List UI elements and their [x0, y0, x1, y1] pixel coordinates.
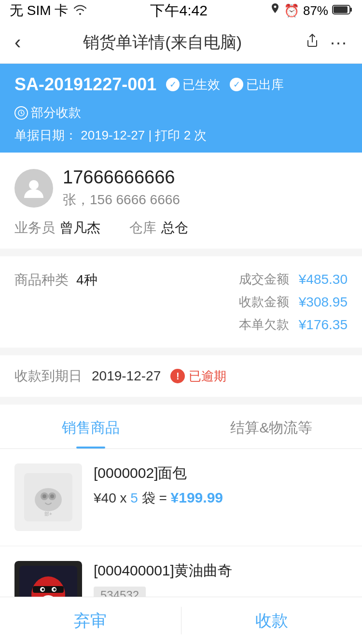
- categories-label: 商品种类: [14, 271, 69, 289]
- svg-point-18: [54, 588, 56, 591]
- sales-info: 业务员 曾凡杰: [14, 219, 100, 237]
- due-section: 收款到期日 2019-12-27 ! 已逾期: [0, 355, 362, 397]
- nav-actions: ···: [304, 32, 348, 53]
- bread-total: ¥199.99: [171, 490, 223, 505]
- clock-icon: [14, 106, 28, 120]
- check-shipped-icon: ✓: [230, 78, 243, 91]
- debt-label: 本单欠款: [239, 316, 289, 333]
- order-banner: SA-20191227-001 ✓ 已生效 ✓ 已出库 部分收款 单据日期： 2…: [0, 64, 362, 153]
- order-date: 2019-12-27: [81, 128, 145, 142]
- svg-point-9: [42, 494, 46, 498]
- status-effective: ✓ 已生效: [166, 76, 220, 93]
- overdue-icon: !: [170, 369, 185, 383]
- received-value: ¥308.95: [299, 294, 348, 310]
- warehouse-name: 总仓: [161, 219, 188, 237]
- tab-products[interactable]: 销售商品: [0, 405, 181, 448]
- bread-equals: =: [159, 490, 170, 505]
- order-date-row: 单据日期： 2019-12-27 | 打印 2 次: [14, 127, 348, 144]
- status-bar: 无 SIM 卡 下午4:42 ⏰ 87%: [0, 0, 362, 21]
- product-info-bread: [0000002]面包 ¥40 x 5 袋 = ¥199.99: [94, 463, 348, 507]
- customer-name: 张，156 6666 6666: [63, 191, 180, 209]
- battery-icon: [332, 3, 352, 18]
- due-date-value: 2019-12-27: [92, 368, 161, 384]
- customer-phone: 17666666666: [63, 167, 180, 188]
- product-price-bread: ¥40 x 5 袋 = ¥199.99: [94, 489, 348, 507]
- status-payment-label: 部分收款: [31, 104, 81, 121]
- warehouse-info: 仓库 总仓: [129, 219, 188, 237]
- tabs-section: 销售商品 结算&物流等: [0, 405, 362, 449]
- received-row: 收款金额 ¥308.95: [239, 294, 348, 310]
- svg-point-4: [29, 180, 39, 190]
- product-code-cookie: [000400001]黄油曲奇: [94, 561, 348, 581]
- customer-section: 17666666666 张，156 6666 6666 业务员 曾凡杰 仓库 总…: [0, 153, 362, 249]
- sales-label: 业务员: [14, 219, 55, 237]
- confirm-button[interactable]: 收款: [181, 597, 362, 644]
- bread-multiply: x: [120, 490, 131, 505]
- nav-bar: ‹ 销货单详情(来自电脑) ···: [0, 21, 362, 64]
- bread-quantity: 5: [130, 490, 141, 505]
- battery-label: 87%: [303, 3, 328, 18]
- summary-left: 商品种类 4种: [14, 271, 97, 289]
- alarm-icon: ⏰: [284, 3, 299, 18]
- status-payment: 部分收款: [14, 104, 81, 121]
- customer-avatar: [14, 169, 53, 208]
- overdue-text: 已逾期: [189, 368, 226, 385]
- check-effective-icon: ✓: [166, 78, 180, 91]
- date-label: 单据日期：: [14, 128, 77, 142]
- summary-right: 成交金额 ¥485.30 收款金额 ¥308.95 本单欠款 ¥176.35: [239, 271, 348, 333]
- transaction-label: 成交金额: [239, 271, 289, 288]
- status-shipped: ✓ 已出库: [230, 76, 284, 93]
- received-label: 收款金额: [239, 294, 289, 310]
- svg-text:部+: 部+: [44, 511, 52, 517]
- svg-rect-2: [334, 6, 348, 13]
- status-effective-label: 已生效: [182, 76, 220, 93]
- warehouse-label: 仓库: [129, 219, 156, 237]
- status-bar-left: 无 SIM 卡: [10, 1, 87, 20]
- share-icon[interactable]: [304, 32, 320, 53]
- sales-name: 曾凡杰: [60, 219, 100, 237]
- status-shipped-label: 已出库: [246, 76, 284, 93]
- svg-rect-14: [33, 586, 64, 593]
- cancel-button[interactable]: 弃审: [0, 597, 181, 644]
- svg-point-6: [35, 488, 62, 511]
- svg-rect-1: [350, 8, 352, 12]
- categories-value: 4种: [76, 271, 97, 289]
- tab-settlement[interactable]: 结算&物流等: [181, 405, 362, 448]
- bottom-bar: 弃审 收款: [0, 597, 362, 644]
- debt-row: 本单欠款 ¥176.35: [239, 316, 348, 333]
- svg-point-10: [50, 494, 54, 498]
- page-title: 销货单详情(来自电脑): [83, 31, 242, 54]
- print-text: | 打印 2 次: [148, 128, 207, 142]
- transaction-value: ¥485.30: [299, 272, 348, 287]
- debt-value: ¥176.35: [299, 317, 348, 333]
- svg-point-17: [42, 588, 44, 591]
- more-icon[interactable]: ···: [330, 32, 348, 53]
- customer-meta: 业务员 曾凡杰 仓库 总仓: [14, 219, 348, 237]
- product-item: 部+ [0000002]面包 ¥40 x 5 袋 = ¥199.99: [0, 449, 362, 546]
- bread-unit: 袋: [142, 490, 155, 505]
- product-thumb-bread: 部+: [14, 463, 82, 531]
- due-label: 收款到期日: [14, 367, 82, 385]
- overdue-badge: ! 已逾期: [170, 368, 226, 385]
- product-code-bread: [0000002]面包: [94, 463, 348, 483]
- status-bar-time: 下午4:42: [150, 1, 207, 21]
- transaction-row: 成交金额 ¥485.30: [239, 271, 348, 288]
- status-bar-right: ⏰ 87%: [270, 3, 352, 18]
- bread-price: ¥40: [94, 490, 116, 505]
- order-id: SA-20191227-001: [14, 74, 156, 95]
- location-icon: [270, 3, 280, 18]
- tabs-row: 销售商品 结算&物流等: [0, 405, 362, 448]
- summary-section: 商品种类 4种 成交金额 ¥485.30 收款金额 ¥308.95 本单欠款 ¥…: [0, 256, 362, 348]
- carrier-label: 无 SIM 卡: [10, 1, 68, 20]
- wifi-icon: [73, 3, 87, 18]
- back-button[interactable]: ‹: [14, 31, 21, 53]
